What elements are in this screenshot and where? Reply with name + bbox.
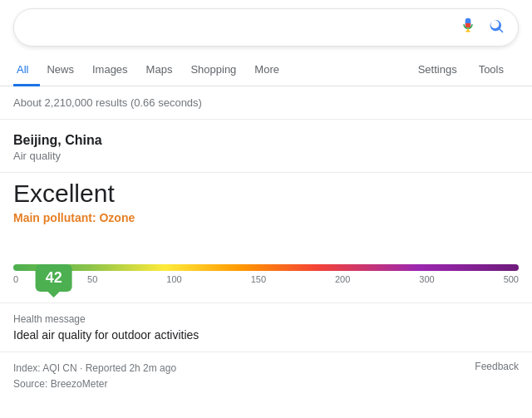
- aqi-bubble: 42: [36, 264, 72, 292]
- search-input[interactable]: air quality beijing: [27, 20, 460, 35]
- feedback-link[interactable]: Feedback: [475, 361, 519, 372]
- gauge-bar: [13, 264, 519, 271]
- tab-shopping[interactable]: Shopping: [187, 55, 248, 86]
- gauge-labels: 0 50 100 150 200 300 500: [13, 274, 519, 284]
- pollutant-name: Ozone: [99, 211, 135, 224]
- tab-tools[interactable]: Tools: [475, 55, 515, 86]
- mic-icon[interactable]: [460, 17, 476, 37]
- gauge-label-150: 150: [251, 274, 266, 284]
- tab-more[interactable]: More: [251, 55, 291, 86]
- gauge-label-50: 50: [87, 274, 97, 284]
- gauge-label-500: 500: [504, 274, 519, 284]
- pollutant-prefix: Main pollutant:: [13, 211, 99, 224]
- aqi-gauge: 42 0 50 100 150 200 300 500: [13, 264, 519, 284]
- footer-text: Index: AQI CN · Reported 2h 2m ago Sourc…: [13, 361, 176, 392]
- result-card: Beijing, China Air quality: [0, 120, 532, 173]
- gauge-label-200: 200: [335, 274, 350, 284]
- health-message: Ideal air quality for outdoor activities: [13, 328, 519, 342]
- results-count: About 2,210,000 results (0.66 seconds): [0, 86, 532, 120]
- health-section: Health message Ideal air quality for out…: [0, 303, 532, 352]
- gauge-label-100: 100: [166, 274, 181, 284]
- tab-maps[interactable]: Maps: [143, 55, 185, 86]
- search-bar: air quality beijing: [13, 8, 519, 47]
- search-submit-icon[interactable]: [488, 17, 505, 37]
- location-title: Beijing, China: [13, 133, 519, 148]
- air-quality-rating: Excellent: [13, 179, 519, 208]
- result-footer: Index: AQI CN · Reported 2h 2m ago Sourc…: [0, 352, 532, 401]
- gauge-label-0: 0: [13, 274, 18, 284]
- pollutant-label: Main pollutant: Ozone: [13, 211, 519, 224]
- search-icons: [460, 17, 505, 37]
- tab-images[interactable]: Images: [89, 55, 140, 86]
- tab-settings[interactable]: Settings: [415, 55, 469, 86]
- air-quality-section: Excellent Main pollutant: Ozone 42 0 50 …: [0, 179, 532, 303]
- nav-tabs: All News Images Maps Shopping More Setti…: [0, 55, 532, 86]
- health-label: Health message: [13, 313, 519, 325]
- tab-all[interactable]: All: [13, 55, 40, 86]
- index-text: Index: AQI CN · Reported 2h 2m ago: [13, 361, 176, 376]
- tab-news[interactable]: News: [43, 55, 86, 86]
- source-text: Source: BreezoMeter: [13, 376, 176, 392]
- location-subtitle: Air quality: [13, 150, 519, 162]
- gauge-label-300: 300: [419, 274, 434, 284]
- nav-right: Settings Tools: [415, 55, 519, 86]
